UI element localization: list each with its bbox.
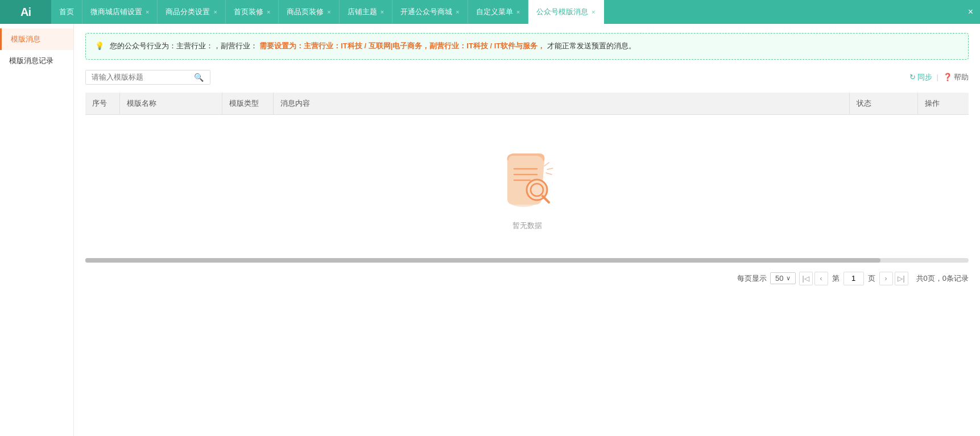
search-bar: 🔍 ↻ 同步 | ❓ 帮助	[85, 70, 969, 85]
page-next-button[interactable]: ›	[879, 272, 893, 285]
close-template-msg-icon[interactable]: ×	[592, 9, 595, 15]
help-label: 帮助	[954, 72, 969, 82]
logo: Ai	[0, 0, 51, 24]
close-custom-menu-icon[interactable]: ×	[516, 9, 520, 15]
close-home-decor-icon[interactable]: ×	[267, 9, 270, 15]
close-all-tabs-button[interactable]: ×	[968, 7, 973, 17]
page-size-label: 每页显示	[737, 273, 767, 284]
table-header-row: 序号 模版名称 模版类型 消息内容 状态 操作	[85, 93, 969, 115]
page-size-selector[interactable]: 50 ∨	[770, 272, 795, 284]
notice-text-highlight: 需要设置为：主营行业：IT科技 / 互联网|电子商务，副营行业：IT科技 / I…	[259, 41, 545, 50]
page-label-prefix: 第	[832, 273, 840, 284]
col-header-content: 消息内容	[273, 93, 849, 115]
close-mall-enable-icon[interactable]: ×	[456, 9, 459, 15]
sidebar-item-template-msg-label: 模版消息	[11, 35, 40, 43]
nav-tab-product-decor-label: 商品页装修	[287, 7, 324, 17]
top-navigation: Ai 首页 微商城店铺设置 × 商品分类设置 × 首页装修 × 商品页装修 × …	[0, 0, 980, 24]
svg-line-8	[547, 168, 553, 169]
empty-state-icon	[496, 149, 559, 211]
toolbar-right: ↻ 同步 | ❓ 帮助	[909, 72, 969, 82]
nav-tab-custom-menu-label: 自定义菜单	[476, 7, 513, 17]
close-product-decor-icon[interactable]: ×	[327, 9, 330, 15]
nav-tab-custom-menu[interactable]: 自定义菜单 ×	[468, 0, 528, 24]
nav-tab-store-theme[interactable]: 店铺主题 ×	[340, 0, 392, 24]
page-size-dropdown-icon: ∨	[786, 275, 791, 282]
pagination: 每页显示 50 ∨ |◁ ‹ 第 页 › ▷| 共0页，0条记录	[85, 269, 969, 285]
notice-text-before: 您的公众号行业为：主营行业：，副营行业：	[110, 41, 258, 50]
nav-tab-mall-enable[interactable]: 开通公众号商城 ×	[392, 0, 468, 24]
search-input[interactable]	[92, 73, 194, 81]
help-icon: ❓	[943, 73, 952, 81]
empty-row: 暂无数据	[85, 114, 969, 254]
nav-tab-home-label: 首页	[59, 7, 74, 17]
help-button[interactable]: ❓ 帮助	[943, 72, 969, 82]
nav-tab-category-settings[interactable]: 商品分类设置 ×	[158, 0, 225, 24]
col-header-name: 模版名称	[119, 93, 222, 115]
scroll-thumb[interactable]	[85, 258, 880, 263]
bulb-icon: 💡	[95, 41, 104, 50]
sidebar-item-template-msg[interactable]: 模版消息	[0, 28, 73, 50]
col-header-index: 序号	[85, 93, 119, 115]
nav-tab-store-theme-label: 店铺主题	[348, 7, 377, 17]
close-store-theme-icon[interactable]: ×	[381, 9, 384, 15]
toolbar-divider: |	[937, 73, 938, 81]
sync-button[interactable]: ↻ 同步	[909, 72, 932, 82]
page-first-button[interactable]: |◁	[799, 272, 813, 285]
empty-state-text: 暂无数据	[512, 221, 542, 231]
close-category-settings-icon[interactable]: ×	[213, 9, 217, 15]
page-last-button[interactable]: ▷|	[895, 272, 908, 285]
col-header-type: 模版类型	[222, 93, 273, 115]
data-table: 序号 模版名称 模版类型 消息内容 状态 操作	[85, 93, 969, 254]
page-label-suffix: 页	[868, 273, 875, 284]
nav-tab-product-decor[interactable]: 商品页装修 ×	[279, 0, 339, 24]
nav-tab-home[interactable]: 首页	[51, 0, 82, 24]
page-number-input[interactable]	[843, 272, 864, 285]
svg-line-6	[543, 196, 549, 202]
page-navigation: |◁ ‹ 第 页 › ▷|	[799, 272, 908, 285]
nav-tab-category-settings-label: 商品分类设置	[166, 7, 210, 17]
nav-tab-store-settings[interactable]: 微商城店铺设置 ×	[82, 0, 158, 24]
horizontal-scrollbar[interactable]	[85, 258, 969, 263]
sidebar-item-template-msg-log-label: 模版消息记录	[9, 56, 53, 65]
nav-tab-template-msg[interactable]: 公众号模版消息 ×	[528, 0, 603, 24]
sidebar: 模版消息 模版消息记录	[0, 24, 74, 436]
page-prev-button[interactable]: ‹	[814, 272, 828, 285]
nav-tab-mall-enable-label: 开通公众号商城	[400, 7, 452, 17]
nav-tab-template-msg-label: 公众号模版消息	[536, 7, 588, 17]
svg-line-7	[544, 163, 549, 166]
page-size-value: 50	[775, 274, 783, 283]
close-store-settings-icon[interactable]: ×	[146, 9, 149, 15]
nav-tab-home-decor[interactable]: 首页装修 ×	[226, 0, 279, 24]
nav-tab-home-decor-label: 首页装修	[234, 7, 263, 17]
search-input-wrap[interactable]: 🔍	[85, 70, 210, 85]
main-layout: 模版消息 模版消息记录 💡 您的公众号行业为：主营行业：，副营行业： 需要设置为…	[0, 24, 980, 436]
nav-tab-store-settings-label: 微商城店铺设置	[90, 7, 142, 17]
notice-box: 💡 您的公众号行业为：主营行业：，副营行业： 需要设置为：主营行业：IT科技 /…	[85, 33, 969, 60]
col-header-status: 状态	[849, 93, 917, 115]
sync-label: 同步	[917, 72, 932, 82]
search-icon[interactable]: 🔍	[194, 73, 204, 82]
notice-text-after: 才能正常发送预置的消息。	[547, 41, 636, 50]
content-area: 💡 您的公众号行业为：主营行业：，副营行业： 需要设置为：主营行业：IT科技 /…	[74, 24, 980, 436]
sidebar-item-template-msg-log[interactable]: 模版消息记录	[0, 50, 73, 72]
empty-state: 暂无数据	[85, 115, 969, 254]
sync-icon: ↻	[909, 73, 916, 81]
svg-line-9	[546, 173, 552, 175]
total-count-label: 共0页，0条记录	[916, 273, 969, 284]
col-header-action: 操作	[917, 93, 969, 115]
